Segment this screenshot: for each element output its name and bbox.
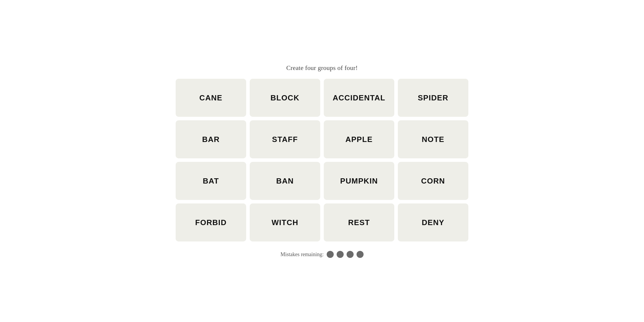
word-label: WITCH: [272, 218, 299, 227]
mistakes-row: Mistakes remaining:: [280, 251, 363, 258]
word-card[interactable]: CANE: [176, 79, 246, 117]
word-label: NOTE: [422, 135, 444, 144]
mistake-dot: [347, 251, 354, 258]
word-card[interactable]: SPIDER: [398, 79, 468, 117]
word-label: BAN: [276, 177, 294, 186]
word-card[interactable]: FORBID: [176, 203, 246, 242]
mistake-dot: [337, 251, 344, 258]
word-card[interactable]: BAT: [176, 162, 246, 200]
mistake-dot: [357, 251, 364, 258]
word-label: CANE: [199, 93, 222, 102]
word-label: PUMPKIN: [340, 177, 378, 186]
word-label: BAT: [203, 177, 219, 186]
word-label: SPIDER: [418, 93, 448, 102]
mistakes-dots: [327, 251, 364, 258]
word-card[interactable]: APPLE: [324, 120, 394, 158]
word-card[interactable]: WITCH: [250, 203, 320, 242]
word-card[interactable]: STAFF: [250, 120, 320, 158]
word-card[interactable]: REST: [324, 203, 394, 242]
word-label: BAR: [202, 135, 220, 144]
word-label: DENY: [422, 218, 444, 227]
word-card[interactable]: BLOCK: [250, 79, 320, 117]
word-label: ACCIDENTAL: [333, 93, 385, 102]
mistakes-label: Mistakes remaining:: [280, 251, 323, 258]
word-label: BLOCK: [270, 93, 299, 102]
word-label: STAFF: [272, 135, 298, 144]
word-card[interactable]: BAN: [250, 162, 320, 200]
word-label: REST: [348, 218, 370, 227]
word-label: FORBID: [195, 218, 227, 227]
word-card[interactable]: PUMPKIN: [324, 162, 394, 200]
word-card[interactable]: DENY: [398, 203, 468, 242]
word-card[interactable]: CORN: [398, 162, 468, 200]
game-container: Create four groups of four! CANEBLOCKACC…: [176, 64, 468, 258]
mistake-dot: [327, 251, 334, 258]
word-card[interactable]: NOTE: [398, 120, 468, 158]
word-label: CORN: [421, 177, 445, 186]
word-card[interactable]: BAR: [176, 120, 246, 158]
word-card[interactable]: ACCIDENTAL: [324, 79, 394, 117]
word-label: APPLE: [345, 135, 373, 144]
subtitle: Create four groups of four!: [286, 64, 358, 72]
word-grid: CANEBLOCKACCIDENTALSPIDERBARSTAFFAPPLENO…: [176, 79, 468, 242]
